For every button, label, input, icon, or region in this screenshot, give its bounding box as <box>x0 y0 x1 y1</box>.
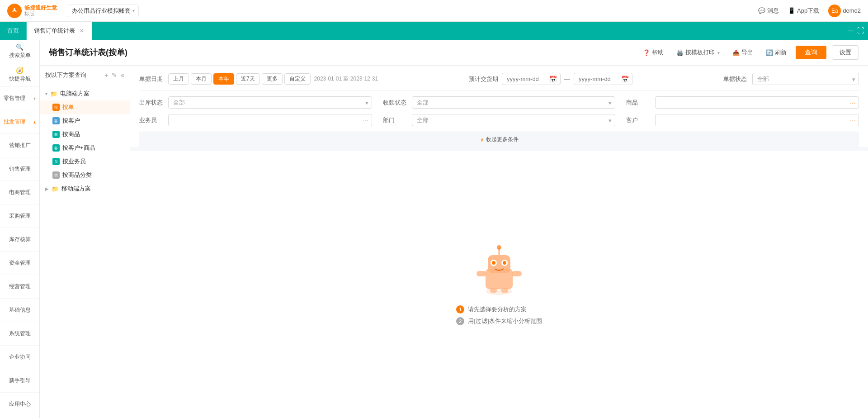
salesperson-input[interactable] <box>168 114 372 126</box>
delivery-date-from-input[interactable] <box>502 73 561 85</box>
page-actions: ❓ 帮助 🖨️ 按模板打印 ▾ 📤 导出 🔄 刷新 <box>639 45 859 60</box>
doc-status-group: 单据状态 全部 草稿 已审核 已完成 ▾ <box>723 73 859 85</box>
sidebar-item-enterprise-wechat[interactable]: 企业微信 <box>0 416 39 418</box>
tab-close-icon[interactable]: ✕ <box>80 28 84 34</box>
message-action[interactable]: 💬 消息 <box>758 7 779 15</box>
expand-icon: ▾ <box>33 96 36 101</box>
help-button[interactable]: ❓ 帮助 <box>639 47 667 58</box>
empty-hint-1: 1 请先选择要分析的方案 <box>456 305 542 314</box>
product-ellipsis-icon[interactable]: ··· <box>850 99 855 106</box>
tree-child-by-product-category[interactable]: 类 按商品分类 <box>40 168 130 182</box>
user-area[interactable]: Ea demo2 <box>828 5 861 17</box>
sidebar-item-marketing[interactable]: 营销推广 <box>0 134 39 157</box>
date-btn-more[interactable]: 更多 <box>262 73 283 85</box>
sidebar-item-purchase-mgmt[interactable]: 采购管理 <box>0 204 39 228</box>
app-download-action[interactable]: 📱 App下载 <box>788 7 819 15</box>
empty-state: 1 请先选择要分析的方案 2 用[过滤]条件来缩小分析范围 <box>130 151 868 418</box>
scheme-icon-by-order: 按 <box>52 104 60 111</box>
header-right: 💬 消息 📱 App下载 Ea demo2 <box>758 5 861 17</box>
sidebar-item-ecommerce-mgmt[interactable]: 电商管理 <box>0 181 39 204</box>
sidebar-item-new-guide[interactable]: 新手引导 <box>0 369 39 393</box>
filter-row-2: 出库状态 全部 未发货 部分发货 已发货 ▾ <box>139 96 859 109</box>
product-input[interactable] <box>655 96 859 109</box>
sidebar-item-enterprise-collab[interactable]: 企业协同 <box>0 346 39 369</box>
tree-parent-mobile[interactable]: ▶ 📁 移动端方案 <box>40 182 130 195</box>
date-range-display: 2023-01-01 至 2023-12-31 <box>314 75 378 83</box>
filter-row-3: 业务员 ··· 部门 全部 <box>139 114 859 126</box>
export-button[interactable]: 📤 导出 <box>729 47 757 58</box>
tab-bar: 首页 销售订单统计表 ✕ ─ ⛶ <box>0 22 868 40</box>
date-btn-this-year[interactable]: 本年 <box>213 73 234 85</box>
chevron-down-icon: ▾ <box>132 8 135 13</box>
svg-point-7 <box>492 261 495 265</box>
sidebar: 🔍 搜索菜单 🧭 快捷导航 零售管理 ▾ 批发管理 ▴ 营销推广 销售管理 电商… <box>0 40 40 418</box>
product-group: 商品 ··· <box>626 96 859 109</box>
svg-point-1 <box>14 8 15 10</box>
tree-child-by-order[interactable]: 按 按单 <box>40 100 130 114</box>
refresh-button[interactable]: 🔄 刷新 <box>762 47 790 58</box>
tree-child-by-product[interactable]: 商 按商品 <box>40 128 130 141</box>
payment-status-select[interactable]: 全部 未收款 部分收款 已收款 <box>412 96 616 109</box>
page-title: 销售订单统计表(按单) <box>49 47 127 58</box>
collapse-panel-icon[interactable]: « <box>121 71 124 79</box>
sidebar-item-system-mgmt[interactable]: 系统管理 <box>0 322 39 346</box>
tab-home[interactable]: 首页 <box>0 22 27 40</box>
left-panel: 按以下方案查询 + ✎ « ▾ 📁 电脑端方案 <box>40 66 130 418</box>
delivery-date-to-input[interactable] <box>574 73 632 85</box>
sidebar-item-quick-nav[interactable]: 🧭 快捷导航 <box>0 63 39 87</box>
delivery-date-to-wrapper: 📅 <box>574 73 632 85</box>
date-btn-custom[interactable]: 自定义 <box>284 73 311 85</box>
sidebar-item-basic-info[interactable]: 基础信息 <box>0 299 39 322</box>
logo-area: 畅捷通好生意 标版 <box>7 4 57 18</box>
query-button[interactable]: 查询 <box>796 46 826 59</box>
tab-maximize-icon[interactable]: ⛶ <box>857 27 864 35</box>
add-scheme-icon[interactable]: + <box>104 71 108 79</box>
content-area: 销售订单统计表(按单) ❓ 帮助 🖨️ 按模板打印 ▾ 📤 导出 <box>40 40 868 418</box>
tree-child-by-customer-product[interactable]: 客 按客户+商品 <box>40 141 130 155</box>
sidebar-item-wholesale-mgmt[interactable]: 批发管理 ▴ <box>0 110 39 134</box>
search-icon: 🔍 <box>16 43 24 51</box>
company-selector[interactable]: 办公用品行业模拟账套 ▾ <box>68 5 139 17</box>
sidebar-item-operations-mgmt[interactable]: 经营管理 <box>0 275 39 299</box>
doc-status-select[interactable]: 全部 草稿 已审核 已完成 <box>752 73 859 85</box>
scheme-icon-by-product-category: 类 <box>52 171 60 179</box>
date-btn-last-7-days[interactable]: 近7天 <box>236 73 260 85</box>
svg-rect-14 <box>501 288 508 293</box>
sidebar-item-app-center[interactable]: 应用中心 <box>0 393 39 416</box>
date-filter-group: 单据日期 上月 本月 本年 近7天 更多 自定义 2023-01-01 至 20… <box>139 73 378 85</box>
compass-icon: 🧭 <box>16 67 24 74</box>
department-group: 部门 全部 ▾ <box>383 114 616 126</box>
svg-rect-10 <box>512 271 522 276</box>
main-layout: 🔍 搜索菜单 🧭 快捷导航 零售管理 ▾ 批发管理 ▴ 营销推广 销售管理 电商… <box>0 40 868 418</box>
tree-parent-pc[interactable]: ▾ 📁 电脑端方案 <box>40 87 130 100</box>
collapse-bar[interactable]: ∧ 收起更多条件 <box>139 132 859 147</box>
tree-child-by-customer[interactable]: 客 按客户 <box>40 114 130 128</box>
date-btn-last-month[interactable]: 上月 <box>168 73 189 85</box>
customer-input[interactable] <box>655 114 859 126</box>
ship-status-select[interactable]: 全部 未发货 部分发货 已发货 <box>168 96 372 109</box>
date-btn-this-month[interactable]: 本月 <box>191 73 212 85</box>
settings-button[interactable]: 设置 <box>832 45 859 60</box>
tree-child-by-salesperson[interactable]: 员 按业务员 <box>40 155 130 168</box>
department-select[interactable]: 全部 <box>412 114 616 126</box>
empty-hint-2: 2 用[过滤]条件来缩小分析范围 <box>456 317 542 325</box>
tree-expand-mobile-icon: ▶ <box>45 186 49 191</box>
sidebar-item-sales-mgmt[interactable]: 销售管理 <box>0 157 39 181</box>
delivery-date-from-wrapper: 📅 <box>502 73 561 85</box>
svg-point-12 <box>497 245 501 250</box>
template-print-button[interactable]: 🖨️ 按模板打印 ▾ <box>673 47 723 58</box>
sidebar-item-finance-mgmt[interactable]: 资金管理 <box>0 252 39 275</box>
body-area: 按以下方案查询 + ✎ « ▾ 📁 电脑端方案 <box>40 66 868 418</box>
sidebar-item-inventory[interactable]: 库存核算 <box>0 228 39 252</box>
refresh-icon: 🔄 <box>766 49 773 56</box>
customer-ellipsis-icon[interactable]: ··· <box>850 117 855 124</box>
sidebar-item-search-menu[interactable]: 🔍 搜索菜单 <box>0 40 39 63</box>
sidebar-item-retail-mgmt[interactable]: 零售管理 ▾ <box>0 87 39 110</box>
scheme-icon-by-product: 商 <box>52 131 60 138</box>
salesperson-ellipsis-icon[interactable]: ··· <box>363 117 368 124</box>
tab-sales-order-stats[interactable]: 销售订单统计表 ✕ <box>27 22 92 40</box>
hint-num-2: 2 <box>456 317 464 325</box>
tab-minimize-icon[interactable]: ─ <box>849 27 854 35</box>
collapse-icon: ▴ <box>33 119 36 124</box>
edit-scheme-icon[interactable]: ✎ <box>112 71 117 79</box>
